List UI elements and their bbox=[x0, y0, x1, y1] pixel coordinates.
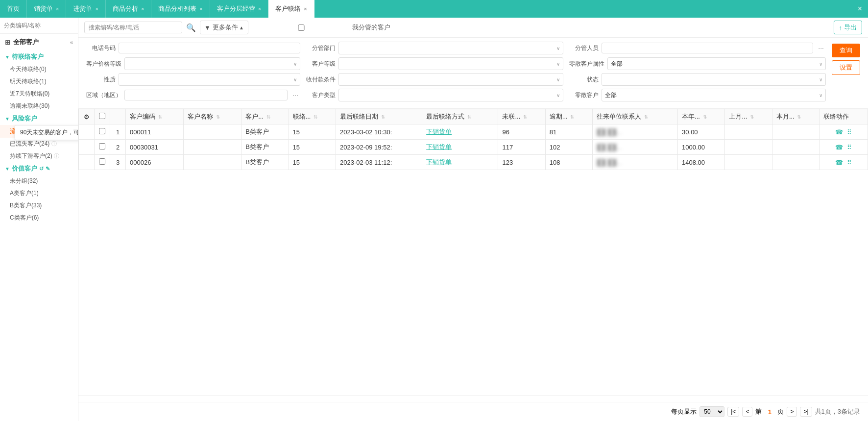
filter-retail-cust-select[interactable]: 全部 ∨ bbox=[602, 89, 826, 101]
export-btn[interactable]: ↑ 导出 bbox=[834, 21, 863, 34]
sidebar-item-tomorrow-contact[interactable]: 明天待联络(1) bbox=[0, 75, 78, 88]
sidebar-item-ungrouped[interactable]: 未分组(32) bbox=[0, 175, 78, 187]
sidebar-group-waiting[interactable]: ▼ 待联络客户 bbox=[0, 50, 78, 63]
action-more-icon-2[interactable]: ⠿ bbox=[847, 159, 852, 166]
sidebar-item-class-b[interactable]: B类客户(33) bbox=[0, 199, 78, 212]
settings-btn[interactable]: 设置 bbox=[832, 60, 860, 75]
row-unit-contact-0: ██ ██... bbox=[593, 124, 678, 140]
sidebar-item-class-a[interactable]: A类客户(1) bbox=[0, 187, 78, 199]
col-name[interactable]: 客户名称 ⇅ bbox=[184, 109, 241, 124]
tab-product-analysis-list[interactable]: 商品分析列表 × bbox=[151, 0, 210, 18]
col-last-month[interactable]: 上月... ⇅ bbox=[725, 109, 772, 124]
row-last-method-1[interactable]: 下销货单 bbox=[422, 140, 498, 155]
filter-cust-type-select[interactable]: ∨ bbox=[338, 89, 563, 101]
more-btn-manager[interactable]: ··· bbox=[816, 44, 826, 52]
refresh-icon[interactable]: ↺ bbox=[39, 166, 44, 172]
tab-customer-segment[interactable]: 客户分层经营 × bbox=[210, 0, 268, 18]
row-action-2[interactable]: ☎ ⠿ bbox=[820, 155, 868, 170]
search-btn[interactable]: 🔍 bbox=[186, 23, 196, 32]
action-phone-icon-2[interactable]: ☎ bbox=[835, 159, 843, 166]
filter-manager-input[interactable] bbox=[602, 43, 814, 53]
filter-phone-input[interactable] bbox=[119, 43, 300, 53]
sort-icon-last-method: ⇅ bbox=[467, 114, 471, 120]
table-header-row: ⚙ 客户编码 ⇅ 客户名称 ⇅ 客户... ⇅ 联络... ⇅ 最后联络日期 ⇅… bbox=[79, 109, 868, 124]
tab-purchase[interactable]: 进货单 × bbox=[66, 0, 105, 18]
tab-product-analysis[interactable]: 商品分析 × bbox=[106, 0, 151, 18]
row-current-year-0: 30.00 bbox=[678, 124, 725, 140]
next-page-btn[interactable]: > bbox=[787, 407, 797, 417]
prev-page-btn[interactable]: < bbox=[742, 407, 752, 417]
more-btn-region[interactable]: ··· bbox=[290, 91, 300, 99]
row-contacts-1: 15 bbox=[289, 140, 336, 155]
pagination: 每页显示 50 100 200 |< < 第 1 页 > >| 共1页，3条记录 bbox=[78, 402, 868, 421]
col-checkbox[interactable] bbox=[95, 109, 110, 124]
col-last-date[interactable]: 最后联络日期 ⇅ bbox=[336, 109, 422, 124]
tab-close-customer-contact[interactable]: × bbox=[304, 6, 307, 12]
tab-home[interactable]: 首页 bbox=[0, 0, 27, 18]
query-btn[interactable]: 查询 bbox=[832, 44, 860, 57]
action-phone-icon-1[interactable]: ☎ bbox=[835, 144, 843, 151]
filter-status-select[interactable]: ∨ bbox=[602, 73, 826, 86]
tab-close-product-analysis-list[interactable]: × bbox=[199, 6, 202, 12]
filter-payment-select[interactable]: ∨ bbox=[338, 73, 563, 86]
filter-icon: ▼ bbox=[204, 24, 211, 31]
col-settings[interactable]: ⚙ bbox=[79, 109, 95, 124]
sidebar-item-class-c[interactable]: C类客户(6) bbox=[0, 212, 78, 224]
sidebar-group-value[interactable]: ▼ 价值客户 ↺ ✎ bbox=[0, 162, 78, 175]
filter-region-input[interactable] bbox=[124, 90, 288, 100]
global-close-btn[interactable]: × bbox=[852, 4, 868, 13]
my-customers-checkbox[interactable] bbox=[252, 25, 350, 31]
filter-cust-level-select[interactable]: ∨ bbox=[338, 57, 563, 70]
sidebar-item-week-contact[interactable]: 近7天待联络(0) bbox=[0, 88, 78, 100]
tab-sales[interactable]: 销货单 × bbox=[27, 0, 66, 18]
row-settings-2 bbox=[79, 155, 95, 170]
row-checkbox-0[interactable] bbox=[95, 124, 110, 140]
sidebar-group-risk[interactable]: ▼ 风险客户 bbox=[0, 112, 78, 125]
horizontal-scrollbar[interactable] bbox=[78, 395, 868, 402]
row-last-method-0[interactable]: 下销货单 bbox=[422, 124, 498, 140]
filter-cell-dept: 分管部门 ∨ bbox=[306, 42, 563, 54]
col-current-year[interactable]: 本年... ⇅ bbox=[678, 109, 725, 124]
col-code[interactable]: 客户编码 ⇅ bbox=[126, 109, 184, 124]
per-page-select[interactable]: 50 100 200 bbox=[699, 406, 724, 417]
filter-nature-select[interactable]: ∨ bbox=[119, 73, 300, 86]
row-checkbox-2[interactable] bbox=[95, 155, 110, 170]
sidebar-collapse-btn[interactable]: « bbox=[70, 39, 73, 45]
col-action: 联络动作 bbox=[820, 109, 868, 124]
sidebar-item-declining[interactable]: 持续下滑客户(2) ⓘ bbox=[0, 150, 78, 162]
row-last-method-2[interactable]: 下销货单 bbox=[422, 155, 498, 170]
action-phone-icon-0[interactable]: ☎ bbox=[835, 128, 843, 136]
tab-close-product-analysis[interactable]: × bbox=[141, 6, 144, 12]
my-customers-checkbox-label[interactable]: 我分管的客户 bbox=[252, 23, 390, 32]
action-more-icon-0[interactable]: ⠿ bbox=[847, 128, 852, 136]
content-area: 🔍 ▼ 更多条件 ▲ 我分管的客户 ↑ 导出 bbox=[78, 18, 868, 421]
first-page-btn[interactable]: |< bbox=[727, 407, 739, 417]
sidebar-item-today-contact[interactable]: 今天待联络(0) bbox=[0, 63, 78, 75]
row-action-0[interactable]: ☎ ⠿ bbox=[820, 124, 868, 140]
search-input[interactable] bbox=[84, 22, 182, 33]
sidebar-item-overdue-contact[interactable]: 逾期未联络(30) bbox=[0, 100, 78, 112]
tab-close-sales[interactable]: × bbox=[56, 6, 59, 12]
select-all-checkbox[interactable] bbox=[99, 113, 105, 119]
col-uncontacted[interactable]: 未联... ⇅ bbox=[498, 109, 545, 124]
filter-retail-attr-select[interactable]: 全部 ∨ bbox=[607, 57, 826, 70]
sidebar-all-customers[interactable]: ⊞ 全部客户 « bbox=[0, 34, 78, 50]
col-unit-contact[interactable]: 往来单位联系人 ⇅ bbox=[593, 109, 678, 124]
more-conditions-btn[interactable]: ▼ 更多条件 ▲ bbox=[200, 21, 248, 34]
tab-customer-contact[interactable]: 客户联络 × bbox=[268, 0, 314, 18]
edit-icon[interactable]: ✎ bbox=[46, 166, 50, 172]
tab-close-purchase[interactable]: × bbox=[95, 6, 98, 12]
sidebar-search-input[interactable] bbox=[4, 22, 77, 29]
col-last-method[interactable]: 最后联络方式 ⇅ bbox=[422, 109, 498, 124]
last-page-btn[interactable]: >| bbox=[800, 407, 812, 417]
row-checkbox-1[interactable] bbox=[95, 140, 110, 155]
row-action-1[interactable]: ☎ ⠿ bbox=[820, 140, 868, 155]
action-more-icon-1[interactable]: ⠿ bbox=[847, 144, 852, 151]
col-this-month[interactable]: 本月... ⇅ bbox=[772, 109, 819, 124]
filter-price-level-select[interactable]: ∨ bbox=[124, 57, 300, 70]
col-type[interactable]: 客户... ⇅ bbox=[241, 109, 289, 124]
col-overdue[interactable]: 逾期... ⇅ bbox=[545, 109, 592, 124]
filter-dept-select[interactable]: ∨ bbox=[338, 42, 563, 54]
tab-close-customer-segment[interactable]: × bbox=[258, 6, 261, 12]
col-contacts[interactable]: 联络... ⇅ bbox=[289, 109, 336, 124]
